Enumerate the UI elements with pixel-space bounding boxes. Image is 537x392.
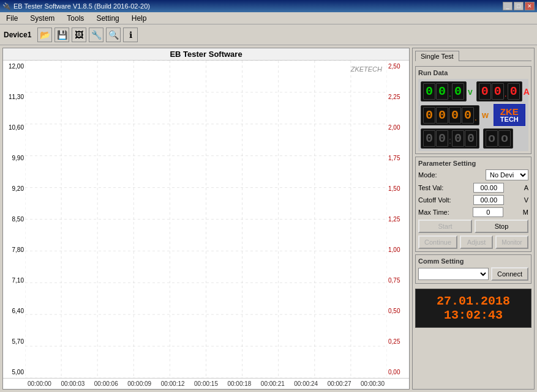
volt-unit: v <box>468 87 473 97</box>
test-val-label: Test Val: <box>418 184 455 191</box>
run-data-title: Run Data <box>418 69 528 76</box>
y-left-9: 5,70 <box>12 338 24 345</box>
watt-d4: 0 <box>462 107 474 124</box>
x-label-10: 00:00:30 <box>361 380 385 387</box>
chart-grid: ZKETECH <box>25 61 387 378</box>
watt-d2: 0 <box>436 107 448 124</box>
menu-setting[interactable]: Setting <box>92 13 122 24</box>
minimize-button[interactable]: _ <box>503 2 513 10</box>
image-button[interactable]: 🖼 <box>72 28 86 42</box>
right-panel: Single Test Run Data 0 0 . 0 v <box>412 48 535 390</box>
close-button[interactable]: ✕ <box>525 2 535 10</box>
open-button[interactable]: 📂 <box>37 28 52 42</box>
y-left-5: 8,50 <box>12 216 24 223</box>
tabs-row: Single Test <box>415 51 531 61</box>
menu-file[interactable]: File <box>2 13 21 24</box>
power-logo-row: 0 0 0 0 . w ZKE TECH <box>421 104 526 126</box>
x-label-9: 00:00:27 <box>328 380 351 387</box>
search-button[interactable]: 🔍 <box>106 28 121 42</box>
y-left-4: 9,20 <box>12 185 24 192</box>
menu-help[interactable]: Help <box>128 13 151 24</box>
x-label-3: 00:00:09 <box>127 380 151 387</box>
app-icon: 🔌 <box>2 2 11 10</box>
test-val-row: Test Val: A <box>418 183 528 193</box>
watt-d1: 0 <box>423 107 435 124</box>
chart-title: EB Tester Software <box>3 48 409 61</box>
x-label-2: 00:00:06 <box>94 380 118 387</box>
time-d1: 0 <box>423 130 435 147</box>
mode-label: Mode: <box>418 171 455 179</box>
x-label-0: 00:00:00 <box>28 380 51 387</box>
test-val-input[interactable] <box>473 183 504 193</box>
continue-button[interactable]: Continue <box>418 235 457 249</box>
adjust-button[interactable]: Adjust <box>460 235 493 249</box>
comm-title: Comm Setting <box>418 257 528 265</box>
amp-d2: 0 <box>492 83 504 100</box>
max-time-row: Max Time: M <box>418 207 528 217</box>
amp-unit: A <box>524 87 530 97</box>
y-left-8: 6,40 <box>12 308 24 314</box>
volt-d2: 0 <box>436 83 448 100</box>
max-time-unit: M <box>523 209 528 216</box>
mode-select[interactable]: No Devi <box>486 169 528 180</box>
y-right-2: 2,00 <box>388 124 400 131</box>
x-label-4: 00:00:12 <box>161 380 185 387</box>
chart-grid-svg <box>25 61 387 378</box>
zke-logo: ZKE TECH <box>494 104 525 126</box>
y-right-5: 1,25 <box>388 216 400 223</box>
single-test-tab[interactable]: Single Test <box>415 51 459 61</box>
y-right-0: 2,50 <box>388 63 400 70</box>
window-title: EB Tester Software V1.8.5 (Build 2016-02… <box>13 2 150 10</box>
zke-text: ZKE <box>500 107 519 116</box>
y-right-4: 1,50 <box>388 185 400 192</box>
chart-area: EB Tester Software 12,00 11,30 10,60 9,9… <box>2 48 410 390</box>
y-left-3: 9,90 <box>12 155 24 161</box>
amp-d3: 0 <box>508 83 520 100</box>
y-left-2: 10,60 <box>9 124 24 131</box>
cutoff-volt-label: Cutoff Volt: <box>418 196 455 204</box>
param-title: Parameter Setting <box>418 160 528 167</box>
current-display: 0 0 . 0 <box>476 81 522 102</box>
max-time-input[interactable] <box>473 207 503 217</box>
stop-button[interactable]: Stop <box>475 220 528 233</box>
power-display: 0 0 0 0 . <box>421 105 479 125</box>
start-button[interactable]: Start <box>418 220 472 233</box>
test-val-unit: A <box>524 184 528 191</box>
toolbar: Device1 📂 💾 🖼 🔧 🔍 ℹ <box>0 24 537 45</box>
max-time-label: Max Time: <box>418 209 455 216</box>
connect-button[interactable]: Connect <box>491 267 528 281</box>
ctrl-buttons-row1: Start Stop <box>418 220 528 233</box>
y-left-7: 7,10 <box>12 277 24 284</box>
monitor-button[interactable]: Monitor <box>495 235 528 249</box>
x-label-5: 00:00:15 <box>194 380 218 387</box>
comm-port-select[interactable] <box>418 268 489 280</box>
info-button[interactable]: ℹ <box>123 28 138 42</box>
y-right-1: 2,25 <box>388 94 400 100</box>
save-button[interactable]: 💾 <box>54 28 69 42</box>
menu-tools[interactable]: Tools <box>63 13 88 24</box>
run-data-section: Run Data 0 0 . 0 v 0 0 . <box>415 66 531 154</box>
watt-d3: 0 <box>449 107 461 124</box>
y-left-1: 11,30 <box>9 94 24 100</box>
time-display: 0 0 : 0 0 <box>421 128 479 149</box>
ah-d2: o <box>498 130 511 147</box>
y-left-10: 5,00 <box>12 369 24 375</box>
amp-d1: 0 <box>479 83 491 100</box>
menu-system[interactable]: System <box>26 13 58 24</box>
y-axis-right: 2,50 2,25 2,00 1,75 1,50 1,25 1,00 0,75 … <box>387 61 409 378</box>
cutoff-volt-row: Cutoff Volt: V <box>418 195 528 205</box>
x-label-6: 00:00:18 <box>227 380 251 387</box>
y-right-7: 0,75 <box>388 277 400 284</box>
y-right-3: 1,75 <box>388 155 400 161</box>
title-bar-title: 🔌 EB Tester Software V1.8.5 (Build 2016-… <box>2 2 150 10</box>
x-label-1: 00:00:03 <box>61 380 84 387</box>
settings-button[interactable]: 🔧 <box>89 28 103 42</box>
voltage-current-row: 0 0 . 0 v 0 0 . 0 A <box>421 81 526 102</box>
y-right-9: 0,25 <box>388 338 400 345</box>
menu-bar: File System Tools Setting Help <box>0 12 537 24</box>
y-left-0: 12,00 <box>9 63 24 70</box>
cutoff-volt-input[interactable] <box>473 195 504 205</box>
volt-d1: 0 <box>423 83 435 100</box>
ah-d1: o <box>486 130 498 147</box>
maximize-button[interactable]: □ <box>514 2 524 10</box>
